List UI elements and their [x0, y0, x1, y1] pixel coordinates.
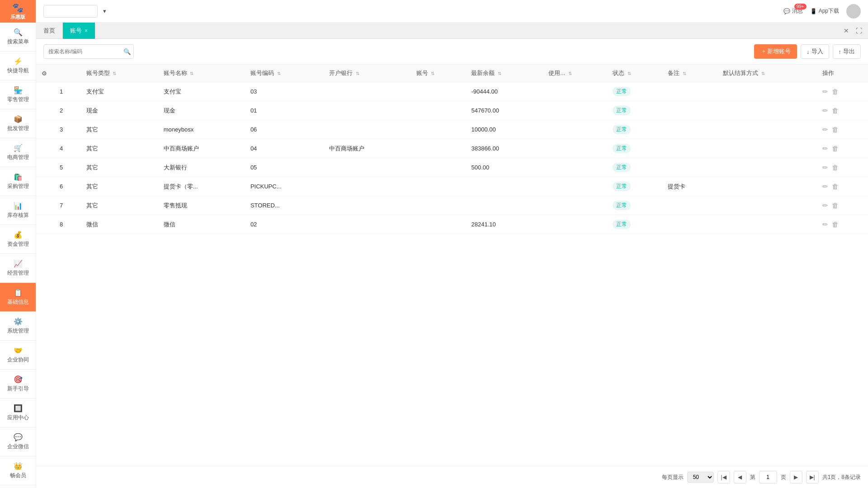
sidebar-item-collab[interactable]: 🤝 企业协同: [0, 341, 36, 370]
sort-icon: ⇅: [356, 71, 359, 76]
col-name-header[interactable]: 账号名称 ⇅: [158, 65, 245, 82]
row-action: ✏ 🗑: [817, 82, 868, 101]
search-button[interactable]: 🔍: [121, 45, 133, 58]
edit-button[interactable]: ✏: [822, 88, 828, 96]
row-default-settlement: [717, 139, 817, 158]
row-settings: [36, 139, 54, 158]
next-page-button[interactable]: ▶: [790, 471, 802, 483]
search-input[interactable]: [44, 46, 121, 57]
user-avatar[interactable]: [846, 4, 861, 19]
row-type: 支付宝: [81, 82, 158, 101]
sidebar-item-search[interactable]: 🔍 搜索菜单: [0, 23, 36, 52]
import-button[interactable]: ↓ 导入: [801, 44, 829, 59]
sidebar-item-system[interactable]: ⚙️ 系统管理: [0, 312, 36, 341]
col-type-header[interactable]: 账号类型 ⇅: [81, 65, 158, 82]
row-name: 零售抵现: [158, 196, 245, 215]
edit-button[interactable]: ✏: [822, 145, 828, 153]
delete-button[interactable]: 🗑: [832, 183, 839, 191]
row-default-settlement: [717, 101, 817, 120]
delete-button[interactable]: 🗑: [832, 107, 839, 115]
row-account: [411, 82, 466, 101]
edit-button[interactable]: ✏: [822, 164, 828, 172]
row-action: ✏ 🗑: [817, 158, 868, 177]
add-account-button[interactable]: + 新增账号: [754, 44, 797, 59]
message-badge: 99+: [794, 4, 807, 9]
row-usage: [543, 139, 607, 158]
row-no: 7: [54, 196, 81, 215]
table-row: 4 其它 中百商场账户 04 中百商场账户 383866.00 正常 ✏ 🗑: [36, 139, 868, 158]
dropdown-arrow: ▾: [103, 8, 106, 14]
sidebar-item-base-info[interactable]: 📋 基础信息: [0, 283, 36, 312]
sidebar-item-guide[interactable]: 🎯 新手引导: [0, 370, 36, 399]
edit-button[interactable]: ✏: [822, 126, 828, 134]
row-account: [411, 139, 466, 158]
topbar-search-input[interactable]: [43, 5, 98, 18]
first-page-button[interactable]: |◀: [717, 471, 730, 483]
edit-button[interactable]: ✏: [822, 221, 828, 229]
delete-button[interactable]: 🗑: [832, 88, 839, 96]
app-download-label: App下载: [819, 7, 839, 15]
delete-button[interactable]: 🗑: [832, 202, 839, 210]
sidebar-item-app-center[interactable]: 🔲 应用中心: [0, 399, 36, 427]
ecommerce-icon: 🛒: [14, 144, 23, 152]
delete-button[interactable]: 🗑: [832, 221, 839, 229]
sidebar-item-operations[interactable]: 📈 经营管理: [0, 254, 36, 283]
edit-button[interactable]: ✏: [822, 202, 828, 210]
row-usage: [543, 158, 607, 177]
last-page-button[interactable]: ▶|: [806, 471, 819, 483]
sidebar-item-ecommerce[interactable]: 🛒 电商管理: [0, 138, 36, 167]
row-default-settlement: [717, 196, 817, 215]
sort-icon: ⇅: [627, 71, 631, 76]
col-code-header[interactable]: 账号编码 ⇅: [245, 65, 324, 82]
tab-close-icon[interactable]: ×: [85, 28, 88, 34]
tab-expand-action[interactable]: ⛶: [854, 25, 864, 36]
edit-button[interactable]: ✏: [822, 107, 828, 115]
col-account-header[interactable]: 账号 ⇅: [411, 65, 466, 82]
sidebar-item-wholesale[interactable]: 📦 批发管理: [0, 109, 36, 138]
add-button-label: + 新增账号: [762, 47, 791, 56]
message-button[interactable]: 💬 消息 99+: [783, 7, 803, 15]
edit-button[interactable]: ✏: [822, 183, 828, 191]
delete-button[interactable]: 🗑: [832, 164, 839, 172]
prev-page-button[interactable]: ◀: [734, 471, 746, 483]
row-account: [411, 177, 466, 196]
sidebar-item-member[interactable]: 👑 畅会员: [0, 456, 36, 485]
delete-button[interactable]: 🗑: [832, 126, 839, 134]
row-name: 提货卡（零...: [158, 177, 245, 196]
sidebar-item-wechat-biz[interactable]: 💬 企业微信: [0, 427, 36, 456]
sidebar-item-finance[interactable]: 💰 资金管理: [0, 225, 36, 254]
sidebar-item-purchase[interactable]: 🛍️ 采购管理: [0, 167, 36, 196]
sidebar-item-retail[interactable]: 🏪 零售管理: [0, 80, 36, 109]
tab-close-action[interactable]: ✕: [841, 25, 852, 36]
topbar-dropdown[interactable]: ▾: [103, 8, 106, 14]
sidebar-item-quick-nav[interactable]: ⚡ 快捷导航: [0, 52, 36, 80]
row-action: ✏ 🗑: [817, 196, 868, 215]
col-bank-header[interactable]: 开户银行 ⇅: [324, 65, 410, 82]
row-code: 05: [245, 158, 324, 177]
row-type: 其它: [81, 139, 158, 158]
delete-button[interactable]: 🗑: [832, 145, 839, 153]
tab-account[interactable]: 账号 ×: [63, 23, 95, 39]
tab-actions: ✕ ⛶: [841, 25, 868, 36]
settings-col-header[interactable]: ⚙: [36, 65, 54, 82]
wholesale-icon: 📦: [14, 115, 23, 123]
sort-icon: ⇅: [277, 71, 281, 76]
tab-home-label: 首页: [43, 27, 55, 35]
tab-home[interactable]: 首页: [36, 23, 63, 39]
page-input[interactable]: [759, 471, 777, 483]
row-type: 微信: [81, 215, 158, 234]
page-size-select[interactable]: 50 100: [687, 472, 714, 483]
col-default-settlement-header[interactable]: 默认结算方式 ⇅: [717, 65, 817, 82]
col-status-header[interactable]: 状态 ⇅: [607, 65, 662, 82]
page-total: 共1页，8条记录: [822, 474, 861, 481]
export-button[interactable]: ↑ 导出: [833, 44, 861, 59]
col-balance-header[interactable]: 最新余额 ⇅: [466, 65, 543, 82]
row-account: [411, 215, 466, 234]
row-default-settlement: [717, 120, 817, 139]
col-remark-header[interactable]: 备注 ⇅: [662, 65, 717, 82]
row-bank: [324, 196, 410, 215]
sidebar-item-inventory[interactable]: 📊 库存核算: [0, 196, 36, 225]
app-download-button[interactable]: 📱 App下载: [810, 7, 839, 15]
row-name: 中百商场账户: [158, 139, 245, 158]
col-usage-header[interactable]: 使用... ⇅: [543, 65, 607, 82]
